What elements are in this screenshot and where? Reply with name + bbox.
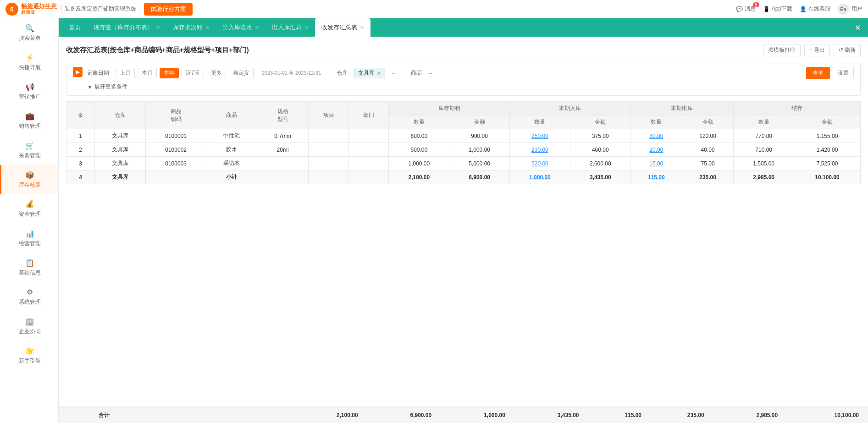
logo-area: 6 畅捷通好生意 标准版	[6, 3, 57, 16]
total-name-cell	[165, 412, 202, 419]
app-download-item[interactable]: 📱 App下载	[763, 5, 792, 13]
sidebar-label-guide: 新手引导	[19, 357, 41, 365]
tab-inout-summary-close[interactable]: ✕	[304, 25, 309, 31]
commodity-label: 商品	[411, 69, 422, 77]
cell-project-2	[309, 143, 349, 157]
col-project: 项目	[309, 102, 349, 129]
sidebar-item-purchase[interactable]: 🛒 采购管理	[0, 136, 58, 165]
tab-batch-close[interactable]: ✕	[205, 25, 210, 31]
in-qty-link-4[interactable]: 1,000.00	[529, 174, 551, 181]
cell-bal-qty-4: 2,985.00	[734, 170, 794, 184]
cell-out-qty-2[interactable]: 20.00	[630, 143, 682, 157]
cell-bal-amt-1: 1,155.00	[794, 129, 861, 143]
tab-recv-send[interactable]: 收发存汇总表 ✕	[315, 18, 370, 37]
tab-stock-dist[interactable]: 现存量（库存分布表） ✕	[87, 18, 166, 37]
in-qty-link-1[interactable]: 250.00	[531, 133, 548, 139]
cell-dept-2	[348, 143, 389, 157]
cell-out-amt-2: 40.00	[682, 143, 733, 157]
sidebar-label-marketing: 营销推广	[19, 93, 41, 101]
message-badge: 6	[753, 2, 759, 7]
out-qty-link-4[interactable]: 115.00	[648, 174, 665, 181]
sidebar-item-inventory[interactable]: 📦 库存核算	[0, 165, 58, 194]
total-code-cell	[128, 412, 165, 419]
sidebar-item-corp[interactable]: 🏢 企业协同	[0, 312, 58, 341]
close-all-tabs[interactable]: ✕	[851, 22, 864, 34]
expand-button[interactable]: ▼ 展开更多条件	[87, 83, 854, 91]
total-dept-cell	[261, 412, 289, 419]
in-qty-link-2[interactable]: 230.00	[531, 147, 548, 153]
cell-in-qty-1[interactable]: 250.00	[510, 129, 570, 143]
cell-warehouse-4: 文具库	[95, 170, 146, 184]
filter-content: 记账日期 上月 本月 本年 近7天 更多 自定义 2023-01-01 至 20…	[87, 67, 854, 91]
date-btn-last-month[interactable]: 上月	[116, 68, 135, 78]
user-area[interactable]: Ea 用户	[838, 4, 862, 15]
cell-open-qty-1: 600.00	[389, 129, 449, 143]
cell-spec-1: 0.7mm	[257, 129, 308, 143]
query-button[interactable]: 查询	[806, 67, 830, 79]
sidebar-item-guide[interactable]: 🌟 新手引导	[0, 341, 58, 370]
tab-inout-flow[interactable]: 出入库流水 ✕	[216, 18, 265, 37]
sidebar-label-purchase: 采购管理	[19, 152, 41, 159]
sidebar: 🔍 搜索菜单 ⚡ 快捷导航 📢 营销推广 💼 销售管理 🛒 采购管理 📦 库存核…	[0, 18, 59, 423]
sidebar-label-inventory: 库存核算	[19, 181, 41, 189]
refresh-button[interactable]: ↺ 刷新	[834, 44, 861, 56]
cell-spec-3	[257, 157, 308, 170]
filter-arrow[interactable]: ▶	[73, 67, 83, 77]
settings-button[interactable]: 设置	[833, 67, 854, 79]
sidebar-item-search[interactable]: 🔍 搜索菜单	[0, 18, 58, 48]
cell-seq-4: 4	[66, 170, 95, 184]
experience-button[interactable]: 体验行业方案	[144, 3, 193, 16]
warehouse-tag-remove[interactable]: ✕	[376, 70, 381, 77]
tab-inout-flow-close[interactable]: ✕	[255, 25, 259, 31]
out-qty-link-1[interactable]: 80.00	[649, 133, 663, 139]
message-item[interactable]: 💬 消息 6	[736, 5, 756, 13]
date-btn-custom[interactable]: 自定义	[229, 68, 254, 78]
basic-icon: 📋	[25, 258, 34, 267]
sidebar-item-sales[interactable]: 💼 销售管理	[0, 106, 58, 136]
col-out-amt: 金额	[682, 115, 733, 129]
sidebar-item-marketing[interactable]: 📢 营销推广	[0, 77, 58, 106]
sidebar-item-quick[interactable]: ⚡ 快捷导航	[0, 48, 58, 77]
sidebar-item-basic[interactable]: 📋 基础信息	[0, 253, 58, 282]
warehouse-ellipsis[interactable]: ···	[392, 69, 395, 77]
total-bal-amt: 10,100.00	[782, 412, 863, 419]
commodity-ellipsis[interactable]: ···	[428, 69, 431, 77]
cell-out-qty-3[interactable]: 15.00	[630, 157, 682, 170]
date-btn-this-month[interactable]: 本月	[138, 68, 157, 78]
tab-home-label: 首页	[69, 23, 81, 32]
cell-in-qty-4[interactable]: 1,000.00	[510, 170, 570, 184]
tab-recv-send-close[interactable]: ✕	[360, 25, 364, 31]
sidebar-item-finance[interactable]: 💰 资金管理	[0, 194, 58, 224]
cell-in-qty-3[interactable]: 520.00	[510, 157, 570, 170]
top-bar-left: 6 畅捷通好生意 标准版 装备及固定资产辅助管理系统 体验行业方案	[6, 3, 193, 16]
sidebar-item-system[interactable]: ⚙ 系统管理	[0, 282, 58, 312]
system-icon: ⚙	[27, 288, 33, 297]
tab-recv-send-label: 收发存汇总表	[321, 23, 357, 32]
tab-inout-summary[interactable]: 出入库汇总 ✕	[265, 18, 315, 37]
operation-icon: 📊	[25, 229, 34, 238]
tab-batch[interactable]: 库存批次账 ✕	[166, 18, 216, 37]
date-btn-more[interactable]: 更多	[207, 68, 226, 78]
print-button[interactable]: 按模板打印	[763, 44, 801, 56]
user-label: 用户	[851, 5, 862, 13]
export-button[interactable]: ↑ 导出	[804, 44, 829, 56]
out-qty-link-2[interactable]: 20.00	[649, 147, 663, 153]
online-service-item[interactable]: 👤 在线客服	[800, 5, 830, 13]
in-qty-link-3[interactable]: 520.00	[531, 160, 548, 167]
tab-stock-dist-close[interactable]: ✕	[156, 25, 160, 31]
cell-out-qty-4[interactable]: 115.00	[630, 170, 682, 184]
sidebar-item-operation[interactable]: 📊 经营管理	[0, 224, 58, 253]
date-btn-7days[interactable]: 近7天	[182, 68, 204, 78]
date-btn-this-year[interactable]: 本年	[160, 68, 179, 78]
total-label-cell: 合计	[80, 412, 128, 419]
col-config[interactable]: ⚙	[66, 102, 95, 129]
top-bar-right: 💬 消息 6 📱 App下载 👤 在线客服 Ea 用户	[736, 4, 862, 15]
tab-home[interactable]: 首页	[62, 18, 87, 37]
cell-in-amt-2: 460.00	[570, 143, 630, 157]
col-product-name: 商品	[206, 102, 257, 129]
cell-in-amt-4: 3,435.00	[570, 170, 630, 184]
cell-out-qty-1[interactable]: 80.00	[630, 129, 682, 143]
cell-open-amt-2: 1,000.00	[449, 143, 510, 157]
cell-in-qty-2[interactable]: 230.00	[510, 143, 570, 157]
out-qty-link-3[interactable]: 15.00	[649, 160, 663, 167]
